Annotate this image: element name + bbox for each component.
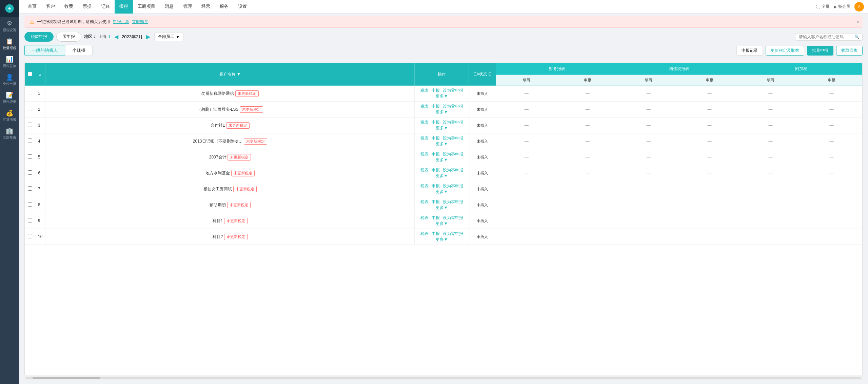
search-input[interactable] <box>799 35 853 39</box>
op-zero-report[interactable]: 设为零申报 <box>443 231 463 236</box>
op-zero-report[interactable]: 设为零申报 <box>443 120 463 125</box>
op-tax-table[interactable]: 税表 <box>420 215 429 220</box>
op-more[interactable]: 更多▼ <box>436 126 448 130</box>
nav-home[interactable]: 首页 <box>23 0 41 14</box>
op-more[interactable]: 更多▼ <box>436 157 448 162</box>
op-report[interactable]: 申报 <box>432 136 440 141</box>
btn-update[interactable]: 更新税定及取数 <box>766 46 804 56</box>
row-checkbox[interactable] <box>28 234 32 238</box>
fullscreen-button[interactable]: ⛶ 全屏 <box>816 4 830 9</box>
op-more[interactable]: 更多▼ <box>436 237 448 242</box>
op-more[interactable]: 更多▼ <box>436 142 448 146</box>
row-f3: — <box>618 149 679 165</box>
nav-business[interactable]: 工商项目 <box>133 0 160 14</box>
op-report[interactable]: 申报 <box>432 168 440 172</box>
sidebar-item-huisuanjiejiao[interactable]: 💰 汇算清缴 <box>0 107 19 125</box>
next-month-button[interactable]: ▶ <box>145 34 152 40</box>
op-more[interactable]: 更多▼ <box>436 94 448 99</box>
op-tax-table[interactable]: 税表 <box>420 184 429 188</box>
row-checkbox-cell <box>25 197 35 213</box>
nav-charge[interactable]: 收费 <box>60 0 78 14</box>
op-more[interactable]: 更多▼ <box>436 221 448 226</box>
sidebar-item-baoshuijilu[interactable]: 📝 报税记录 <box>0 89 19 107</box>
banner-link-summary[interactable]: 申报汇总 <box>113 19 129 25</box>
op-tax-table[interactable]: 税表 <box>420 168 429 172</box>
nav-bookkeeping[interactable]: 记账 <box>96 0 115 14</box>
op-report[interactable]: 申报 <box>432 104 440 109</box>
row-checkbox[interactable] <box>28 123 32 127</box>
sub-tab-small[interactable]: 小规模 <box>65 45 93 56</box>
btn-records[interactable]: 申报记录 <box>736 46 763 56</box>
row-f3: — <box>618 133 679 149</box>
sub-tab-general[interactable]: 一般的纳税人 <box>24 45 65 56</box>
op-report[interactable]: 申报 <box>432 152 440 156</box>
row-checkbox[interactable] <box>28 170 32 175</box>
op-zero-report[interactable]: 设为零申报 <box>443 215 463 220</box>
tab-lingshenbao[interactable]: 零申报 <box>56 32 81 42</box>
btn-collect[interactable]: 收取回执 <box>836 46 863 56</box>
op-report[interactable]: 申报 <box>432 120 440 125</box>
sidebar-item-piliangshuibao[interactable]: 📋 批量报税 <box>0 35 19 53</box>
op-report[interactable]: 申报 <box>432 199 440 204</box>
nav-service[interactable]: 服务 <box>215 0 233 14</box>
op-report[interactable]: 申报 <box>432 88 440 93</box>
sidebar-item-gongshangnianbao[interactable]: 🏢 工商年报 <box>0 125 19 143</box>
op-tax-table[interactable]: 税表 <box>420 104 429 109</box>
horizontal-scrollbar[interactable] <box>24 376 863 380</box>
op-report[interactable]: 申报 <box>432 215 440 220</box>
op-zero-report[interactable]: 设为零申报 <box>443 88 463 93</box>
nav-invoice[interactable]: 票据 <box>78 0 96 14</box>
op-more[interactable]: 更多▼ <box>436 110 448 114</box>
th-checkbox <box>25 63 35 86</box>
nav-customer[interactable]: 客户 <box>41 0 60 14</box>
row-f4: — <box>679 165 740 181</box>
sidebar-item-baoshuishezhi[interactable]: ⚙ 报税设置 <box>0 17 19 35</box>
op-tax-table[interactable]: 税表 <box>420 88 429 93</box>
main-area: 首页 客户 收费 票据 记账 报税 工商项目 消息 管理 经营 服务 设置 ⛶ … <box>19 0 868 384</box>
nav-tax[interactable]: 报税 <box>115 0 133 14</box>
btn-batch[interactable]: 批量申报 <box>807 46 833 56</box>
op-tax-table[interactable]: 税表 <box>420 120 429 125</box>
op-tax-table[interactable]: 税表 <box>420 231 429 236</box>
op-tax-table[interactable]: 税表 <box>420 136 429 141</box>
nav-operation[interactable]: 经营 <box>197 0 215 14</box>
row-checkbox[interactable] <box>28 91 32 95</box>
row-checkbox[interactable] <box>28 107 32 111</box>
th-name: 客户名称 ▼ <box>45 63 415 86</box>
op-more[interactable]: 更多▼ <box>436 189 448 194</box>
table-row: 6 地方水利基金 未更新税定 税表 申报 设为零申报 更多▼ 未插入 — — —… <box>25 165 862 181</box>
op-zero-report[interactable]: 设为零申报 <box>443 184 463 188</box>
row-num: 3 <box>35 118 45 133</box>
row-checkbox[interactable] <box>28 186 32 191</box>
row-checkbox[interactable] <box>28 138 32 143</box>
op-zero-report[interactable]: 设为零申报 <box>443 136 463 141</box>
row-checkbox[interactable] <box>28 218 32 222</box>
row-checkbox-cell <box>25 102 35 118</box>
op-tax-table[interactable]: 税表 <box>420 199 429 204</box>
tab-shenbaoshenqing[interactable]: 税款申报 <box>24 32 54 42</box>
op-more[interactable]: 更多▼ <box>436 173 448 178</box>
banner-link-buy[interactable]: 立即购买 <box>132 19 148 25</box>
prev-month-button[interactable]: ◀ <box>113 34 120 40</box>
member-button[interactable]: ▶ 畅会员 <box>834 4 850 9</box>
nav-management[interactable]: 管理 <box>178 0 197 14</box>
row-ca: 未插入 <box>469 102 496 118</box>
row-checkbox[interactable] <box>28 154 32 159</box>
op-zero-report[interactable]: 设为零申报 <box>443 199 463 204</box>
select-all-checkbox[interactable] <box>28 72 32 76</box>
nav-settings[interactable]: 设置 <box>233 0 252 14</box>
row-checkbox[interactable] <box>28 202 32 207</box>
sidebar-item-baoshuizonglan[interactable]: 📊 报税总览 <box>0 53 19 71</box>
op-zero-report[interactable]: 设为零申报 <box>443 168 463 172</box>
op-tax-table[interactable]: 税表 <box>420 152 429 156</box>
employee-filter[interactable]: 全部员工 ▼ <box>154 32 183 41</box>
sidebar-item-geshushensbao[interactable]: 👤 个税申报 <box>0 71 19 89</box>
banner-close-button[interactable]: × <box>856 19 859 25</box>
op-zero-report[interactable]: 设为零申报 <box>443 104 463 109</box>
op-report[interactable]: 申报 <box>432 184 440 188</box>
nav-message[interactable]: 消息 <box>160 0 178 14</box>
op-report[interactable]: 申报 <box>432 231 440 236</box>
op-more[interactable]: 更多▼ <box>436 205 448 210</box>
op-zero-report[interactable]: 设为零申报 <box>443 152 463 156</box>
avatar[interactable]: A <box>854 2 864 12</box>
